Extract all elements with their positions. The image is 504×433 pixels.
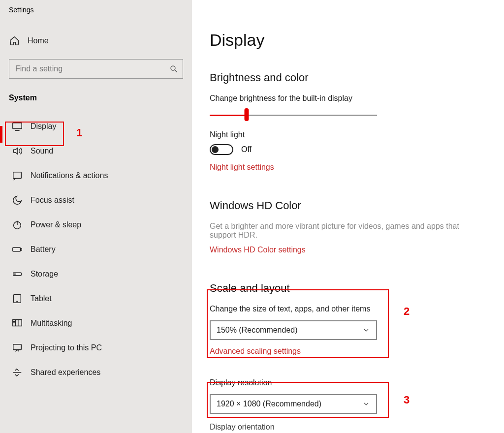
sidebar-item-label: Shared experiences [31, 368, 100, 377]
hd-color-description: Get a brighter and more vibrant picture … [210, 222, 475, 240]
scale-value: 150% (Recommended) [217, 326, 298, 335]
app-title: Settings [9, 6, 183, 14]
sound-icon [12, 146, 23, 156]
sidebar-item-label: Focus assist [31, 196, 74, 205]
orientation-label: Display orientation [210, 423, 486, 432]
sidebar-item-power-sleep[interactable]: Power & sleep [9, 213, 183, 237]
chevron-down-icon [362, 400, 370, 408]
sidebar-item-projecting[interactable]: Projecting to this PC [9, 336, 183, 360]
slider-track-fill [210, 115, 247, 116]
scale-heading: Scale and layout [210, 282, 486, 295]
focus-icon [12, 195, 23, 206]
sidebar-item-label: Projecting to this PC [31, 343, 102, 352]
multitask-icon [12, 318, 23, 329]
shared-icon [12, 367, 23, 378]
sidebar-item-shared-experiences[interactable]: Shared experiences [9, 360, 183, 385]
advanced-scaling-link[interactable]: Advanced scaling settings [210, 347, 301, 356]
sidebar-item-display[interactable]: Display [9, 114, 183, 139]
brightness-slider-label: Change brightness for the built-in displ… [210, 94, 486, 103]
battery-icon [12, 244, 23, 255]
sidebar-item-label: Multitasking [31, 319, 72, 328]
search-input[interactable] [9, 59, 183, 79]
storage-icon [12, 269, 23, 279]
toggle-knob [212, 146, 219, 153]
svg-rect-2 [13, 123, 22, 129]
main-content: Display Brightness and color Change brig… [192, 0, 504, 433]
tablet-icon [12, 293, 23, 304]
sidebar-item-tablet[interactable]: Tablet [9, 286, 183, 311]
sidebar-home[interactable]: Home [9, 31, 183, 50]
svg-rect-18 [13, 344, 22, 350]
scale-dropdown[interactable]: 150% (Recommended) [210, 320, 377, 340]
sidebar-item-label: Sound [31, 147, 53, 155]
sidebar-item-battery[interactable]: Battery [9, 237, 183, 262]
resolution-label: Display resolution [210, 378, 486, 387]
sidebar-item-label: Notifications & actions [31, 171, 108, 180]
resolution-dropdown[interactable]: 1920 × 1080 (Recommended) [210, 394, 377, 414]
sidebar-item-label: Power & sleep [31, 220, 81, 229]
sidebar-item-label: Battery [31, 245, 56, 254]
chevron-down-icon [362, 326, 370, 334]
search-container [9, 59, 183, 79]
sidebar-item-label: Display [31, 122, 56, 131]
svg-rect-8 [21, 248, 22, 250]
toggle-state: Off [241, 145, 252, 154]
hd-color-settings-link[interactable]: Windows HD Color settings [210, 246, 306, 254]
svg-rect-4 [13, 172, 22, 179]
home-label: Home [28, 36, 49, 45]
slider-thumb[interactable] [244, 108, 249, 121]
page-title: Display [210, 31, 486, 50]
notifications-icon [12, 170, 23, 181]
svg-line-1 [175, 70, 177, 72]
category-heading: System [9, 93, 183, 102]
night-light-toggle[interactable] [210, 144, 233, 155]
sidebar-item-label: Storage [31, 270, 58, 278]
resolution-value: 1920 × 1080 (Recommended) [217, 400, 321, 408]
night-light-settings-link[interactable]: Night light settings [210, 163, 274, 172]
sidebar-item-storage[interactable]: Storage [9, 262, 183, 286]
brightness-heading: Brightness and color [210, 71, 486, 84]
sidebar-item-sound[interactable]: Sound [9, 139, 183, 163]
svg-point-0 [171, 66, 175, 70]
sidebar-item-notifications[interactable]: Notifications & actions [9, 163, 183, 188]
power-icon [12, 219, 23, 230]
brightness-slider[interactable] [210, 108, 377, 122]
projecting-icon [12, 342, 23, 353]
sidebar: Settings Home System Display Sound Notif… [0, 0, 192, 433]
active-indicator [0, 126, 2, 143]
sidebar-item-focus-assist[interactable]: Focus assist [9, 188, 183, 213]
svg-point-10 [15, 274, 15, 274]
home-icon [9, 35, 20, 46]
search-icon [169, 64, 178, 73]
night-light-label: Night light [210, 130, 486, 139]
display-icon [12, 121, 23, 132]
sidebar-item-multitasking[interactable]: Multitasking [9, 311, 183, 336]
scale-label: Change the size of text, apps, and other… [210, 305, 486, 313]
hd-color-heading: Windows HD Color [210, 199, 486, 212]
sidebar-item-label: Tablet [31, 294, 52, 303]
svg-rect-7 [13, 247, 21, 251]
